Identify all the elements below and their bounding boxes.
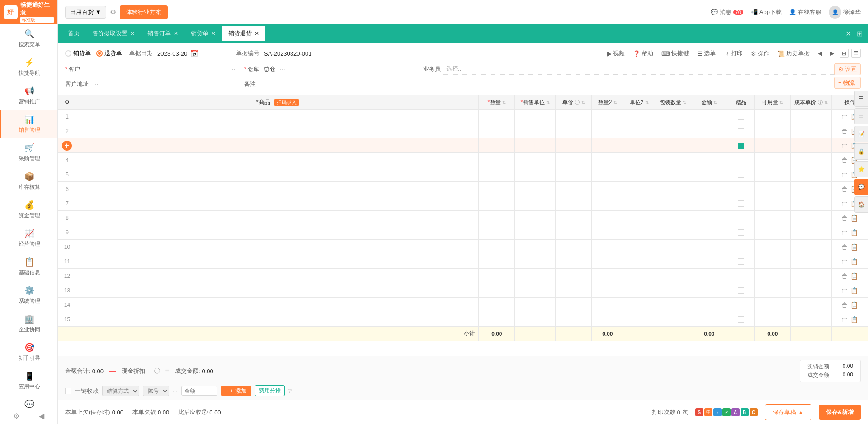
gift-checkbox-13[interactable] [738, 287, 744, 294]
sidebar-settings-btn[interactable]: ⚙ [13, 412, 19, 420]
amount-input[interactable] [181, 386, 217, 396]
sidebar-item-wechat[interactable]: 💬 企业微信 [0, 395, 57, 408]
tab-order-close[interactable]: ✕ [174, 30, 178, 37]
add-payment-btn[interactable]: + + 添加 [221, 386, 251, 396]
save-new-btn[interactable]: 保存&新增 [819, 405, 861, 420]
history-btn[interactable]: 📜 历史单据 [775, 48, 812, 59]
delete-row-9[interactable]: 🗑 [841, 229, 848, 236]
settings-form-btn[interactable]: ⚙ 设置 [834, 63, 861, 75]
help-btn[interactable]: ❓ 帮助 [630, 48, 656, 59]
row-3-product-input[interactable] [80, 142, 475, 149]
row-1-available[interactable] [755, 110, 791, 124]
row-3-quantity[interactable] [479, 138, 515, 153]
rsb-btn-2[interactable]: ☰ [854, 108, 868, 124]
warehouse-more-icon[interactable]: ··· [280, 66, 285, 73]
row-3-available[interactable] [755, 138, 791, 153]
copy-row-15[interactable]: 📋 [850, 316, 858, 323]
close-tab-btn[interactable]: ✕ [844, 28, 853, 40]
delete-row-10[interactable]: 🗑 [841, 243, 848, 251]
address-more-icon[interactable]: ··· [93, 81, 99, 88]
daily-category-select[interactable]: 日用百货 ▼ [65, 6, 106, 19]
row-1-pkg-qty[interactable] [655, 110, 691, 124]
gift-checkbox-14[interactable] [738, 302, 744, 308]
delete-row-7[interactable]: 🗑 [841, 200, 848, 207]
row-1-cost-price[interactable] [791, 110, 832, 124]
one-click-checkbox[interactable] [65, 388, 71, 394]
account-more-icon[interactable]: ··· [173, 387, 178, 394]
sidebar-item-purchase[interactable]: 🛒 采购管理 [0, 138, 57, 167]
row-1-unit2[interactable] [623, 110, 655, 124]
rsb-btn-1[interactable]: ☰ [854, 91, 868, 107]
radio-return[interactable]: 退货单 [96, 49, 122, 57]
sidebar-item-basic-info[interactable]: 📋 基础信息 [0, 252, 57, 281]
save-draft-btn[interactable]: 保存草稿 ▲ [765, 404, 811, 420]
rsb-btn-5[interactable]: ⭐ [854, 161, 868, 177]
copy-row-13[interactable]: 📋 [850, 287, 858, 294]
copy-row-12[interactable]: 📋 [850, 272, 858, 280]
online-service-btn[interactable]: 👤 在线客服 [789, 8, 821, 16]
sidebar-collapse-btn[interactable]: ◀ [39, 412, 44, 420]
nav-prev-btn[interactable]: ◀ [815, 49, 825, 58]
help-tooltip-icon[interactable]: ⓘ [154, 367, 160, 375]
sidebar-item-operations[interactable]: 📈 经营管理 [0, 224, 57, 252]
radio-sales[interactable]: 销货单 [65, 49, 91, 57]
one-click-payment-checkbox[interactable]: 一键收款 [65, 387, 99, 395]
row-3-pkg-qty[interactable] [655, 138, 691, 153]
delete-row-1[interactable]: 🗑 [841, 113, 848, 120]
tab-price-setting[interactable]: 售价提取设置 ✕ [86, 26, 141, 41]
gift-checkbox-9[interactable] [738, 229, 744, 236]
s-icon-5[interactable]: A [731, 408, 740, 416]
select-order-btn[interactable]: ☰ 选单 [694, 48, 718, 59]
rsb-btn-7[interactable]: 🏠 [854, 196, 868, 213]
copy-row-8[interactable]: 📋 [850, 214, 858, 222]
s-icon-3[interactable]: ♪ [713, 408, 722, 416]
row-1-quantity[interactable] [479, 110, 515, 124]
gift-checkbox-2[interactable] [738, 128, 744, 134]
row-2-qty2[interactable] [592, 124, 623, 138]
row-2-pkg-qty[interactable] [655, 124, 691, 138]
row-1-product[interactable] [76, 110, 479, 124]
delete-row-14[interactable]: 🗑 [841, 301, 848, 309]
maximize-btn[interactable]: ⊞ [855, 28, 864, 40]
delete-row-2[interactable]: 🗑 [841, 128, 848, 135]
operations-btn[interactable]: ⚙ 操作 [748, 48, 772, 59]
row-1-unit[interactable] [515, 110, 556, 124]
gift-checkbox-5[interactable] [738, 172, 744, 178]
row-1-price[interactable] [556, 110, 592, 124]
delete-row-6[interactable]: 🗑 [841, 186, 848, 193]
row-2-available[interactable] [755, 124, 791, 138]
row-3-cost-price[interactable] [791, 138, 832, 153]
sidebar-item-search-menu[interactable]: 🔍 搜索菜单 [0, 24, 57, 53]
tab-sales-order[interactable]: 销售订单 ✕ [141, 26, 184, 41]
rsb-btn-6[interactable]: 💬 [854, 179, 868, 195]
grid-view-btn[interactable]: ⊞ [840, 49, 849, 58]
video-btn[interactable]: ▶ 视频 [604, 48, 627, 59]
tab-home[interactable]: 首页 [61, 26, 86, 41]
row-2-cost-price[interactable] [791, 124, 832, 138]
list-view-btn[interactable]: ☰ [851, 49, 861, 58]
row-2-quantity[interactable] [479, 124, 515, 138]
row-3-price[interactable] [556, 138, 592, 153]
sidebar-item-guide[interactable]: 🎯 新手引导 [0, 338, 57, 367]
sidebar-item-app-center[interactable]: 📱 应用中心 [0, 367, 57, 395]
row-3-amount[interactable] [691, 138, 727, 153]
rsb-btn-4[interactable]: 🔒 [854, 143, 868, 160]
sidebar-item-quick-nav[interactable]: ⚡ 快捷导航 [0, 53, 57, 81]
row-2-price[interactable] [556, 124, 592, 138]
gift-checkbox-15[interactable] [738, 316, 744, 323]
tab-delivery-close[interactable]: ✕ [211, 30, 216, 37]
gift-checkbox-3[interactable] [738, 143, 744, 149]
calendar-icon[interactable]: 📅 [190, 50, 198, 57]
fee-help-icon[interactable]: ? [288, 387, 292, 394]
s-icon-7[interactable]: C [750, 408, 758, 416]
row-2-unit[interactable] [515, 124, 556, 138]
fee-split-btn[interactable]: 费用分摊 [255, 385, 285, 396]
sidebar-item-marketing[interactable]: 📢 营销推广 [0, 81, 57, 110]
row-2-product[interactable] [76, 124, 479, 138]
sidebar-item-sales[interactable]: 📊 销售管理 [0, 110, 57, 138]
rsb-btn-3[interactable]: 📝 [854, 126, 868, 142]
account-select[interactable]: 陈号 [143, 386, 169, 396]
delete-row-11[interactable]: 🗑 [841, 258, 848, 265]
logistics-btn[interactable]: + 物流 [834, 77, 861, 89]
gift-checkbox-11[interactable] [738, 258, 744, 265]
